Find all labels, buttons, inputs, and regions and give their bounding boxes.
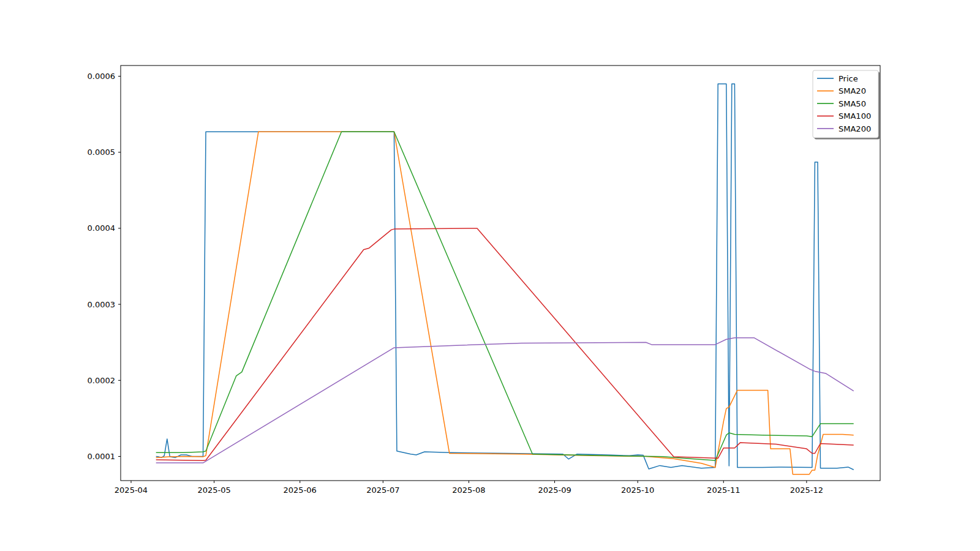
- x-tick-label: 2025-10: [621, 485, 654, 495]
- x-tick-label: 2025-06: [284, 485, 317, 495]
- x-tick-label: 2025-05: [197, 485, 230, 495]
- x-tick-label: 2025-07: [366, 485, 399, 495]
- y-tick-label: 0.0003: [88, 300, 116, 309]
- x-tick-label: 2025-11: [707, 485, 740, 495]
- legend-label-sma200: SMA200: [839, 124, 871, 133]
- legend: PriceSMA20SMA50SMA100SMA200: [813, 70, 880, 140]
- legend-label-sma20: SMA20: [839, 86, 866, 96]
- x-tick-label: 2025-04: [115, 485, 148, 495]
- chart-figure: 2025-042025-052025-062025-072025-082025-…: [0, 0, 980, 551]
- legend-label-price: Price: [839, 74, 858, 83]
- x-tick-label: 2025-08: [452, 485, 485, 495]
- x-tick-label: 2025-12: [790, 485, 823, 495]
- legend-label-sma50: SMA50: [839, 99, 866, 108]
- y-tick-label: 0.0005: [88, 148, 116, 157]
- chart-canvas: 2025-042025-052025-062025-072025-082025-…: [0, 0, 980, 551]
- y-tick-label: 0.0002: [88, 376, 116, 385]
- legend-label-sma100: SMA100: [839, 111, 871, 121]
- y-tick-label: 0.0001: [88, 452, 116, 461]
- y-tick-label: 0.0004: [88, 223, 116, 233]
- x-tick-label: 2025-09: [538, 485, 571, 495]
- y-tick-label: 0.0006: [88, 72, 116, 81]
